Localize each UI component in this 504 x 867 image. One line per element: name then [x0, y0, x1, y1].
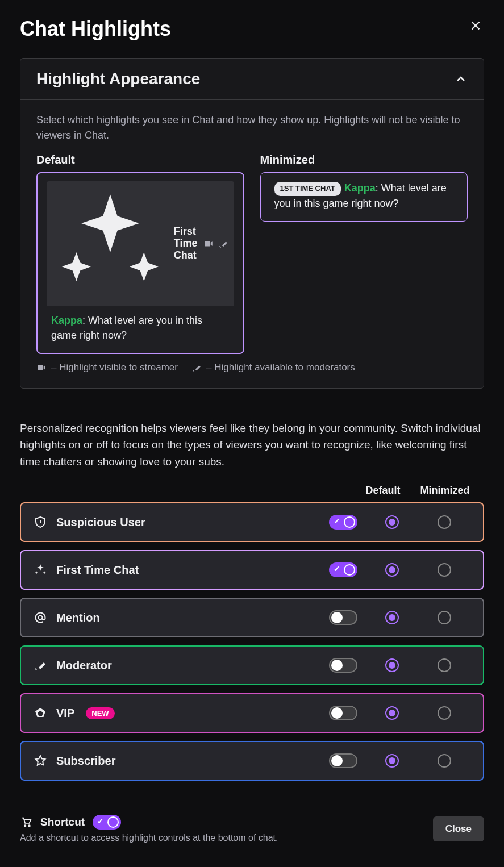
suspicious-icon — [34, 515, 47, 529]
radio-minimized-vip[interactable] — [438, 706, 451, 720]
sparkle-icon — [52, 185, 168, 303]
radio-minimized-first-time[interactable] — [438, 563, 451, 577]
radio-minimized-subscriber[interactable] — [438, 754, 451, 768]
row-label: Suspicious User — [56, 516, 145, 529]
column-headers: Default Minimized — [20, 485, 484, 497]
preview-minimized[interactable]: 1ST TIME CHATKappa: What level are you i… — [260, 172, 468, 222]
svg-point-0 — [39, 616, 43, 620]
row-label: Mention — [56, 611, 100, 624]
preview-badge-full: First Time Chat — [174, 226, 198, 261]
radio-default-moderator[interactable] — [385, 658, 399, 672]
toggle-mention[interactable] — [329, 610, 357, 625]
sword-icon — [191, 362, 202, 373]
toggle-moderator[interactable] — [329, 658, 357, 673]
highlight-row-first-time: First Time Chat — [20, 550, 484, 590]
panel-description: Select which highlights you see in Chat … — [36, 112, 468, 143]
shortcut-hint: Add a shortcut to access highlight contr… — [20, 833, 278, 843]
radio-default-subscriber[interactable] — [385, 754, 399, 768]
cart-icon — [20, 816, 32, 828]
toggle-subscriber[interactable] — [329, 753, 357, 768]
close-button[interactable]: Close — [433, 816, 484, 841]
preview-message-minimized: 1ST TIME CHATKappa: What level are you i… — [270, 181, 459, 211]
radio-default-vip[interactable] — [385, 706, 399, 720]
first-time-icon — [34, 563, 47, 577]
highlight-row-suspicious: Suspicious User — [20, 502, 484, 542]
moderator-icon — [34, 658, 47, 672]
shortcut-label: Shortcut — [40, 816, 85, 828]
appearance-panel: Highlight Appearance Select which highli… — [20, 58, 484, 389]
highlight-row-subscriber: Subscriber — [20, 741, 484, 781]
radio-minimized-suspicious[interactable] — [438, 515, 451, 529]
toggle-suspicious[interactable] — [329, 515, 357, 530]
row-label: VIP — [56, 707, 74, 720]
highlight-row-vip: VIPNEW — [20, 693, 484, 733]
chevron-up-icon[interactable] — [454, 72, 468, 86]
page-title: Chat Highlights — [20, 17, 171, 41]
legend-streamer: – Highlight visible to streamer — [36, 362, 178, 373]
radio-default-first-time[interactable] — [385, 563, 399, 577]
divider — [20, 405, 484, 405]
radio-default-suspicious[interactable] — [385, 515, 399, 529]
new-badge: NEW — [86, 707, 114, 719]
preview-default[interactable]: First Time Chat Kappa: What level are yo… — [36, 172, 244, 354]
mention-icon — [34, 611, 47, 624]
subscriber-icon — [34, 754, 47, 768]
svg-point-2 — [28, 825, 30, 827]
row-label: Moderator — [56, 659, 112, 672]
sword-icon — [218, 239, 228, 249]
vip-icon — [34, 706, 47, 720]
legend-moderator: – Highlight available to moderators — [191, 362, 355, 373]
shortcut-toggle[interactable] — [93, 815, 121, 830]
panel-heading: Highlight Appearance — [36, 70, 200, 88]
radio-minimized-moderator[interactable] — [438, 658, 451, 672]
camera-icon — [203, 239, 214, 249]
highlight-row-mention: Mention — [20, 598, 484, 637]
close-icon[interactable] — [467, 17, 484, 34]
minimized-label: Minimized — [260, 153, 468, 166]
row-label: First Time Chat — [56, 564, 139, 577]
default-label: Default — [36, 153, 244, 166]
intro-text: Personalized recognition helps viewers f… — [20, 420, 484, 470]
camera-icon — [36, 362, 47, 373]
radio-default-mention[interactable] — [385, 611, 399, 624]
svg-point-1 — [24, 825, 26, 827]
radio-minimized-mention[interactable] — [438, 611, 451, 624]
preview-message-default: Kappa: What level are you in this game r… — [47, 313, 234, 343]
toggle-vip[interactable] — [329, 706, 357, 720]
highlight-row-moderator: Moderator — [20, 645, 484, 685]
row-label: Subscriber — [56, 755, 115, 768]
toggle-first-time[interactable] — [329, 562, 357, 577]
